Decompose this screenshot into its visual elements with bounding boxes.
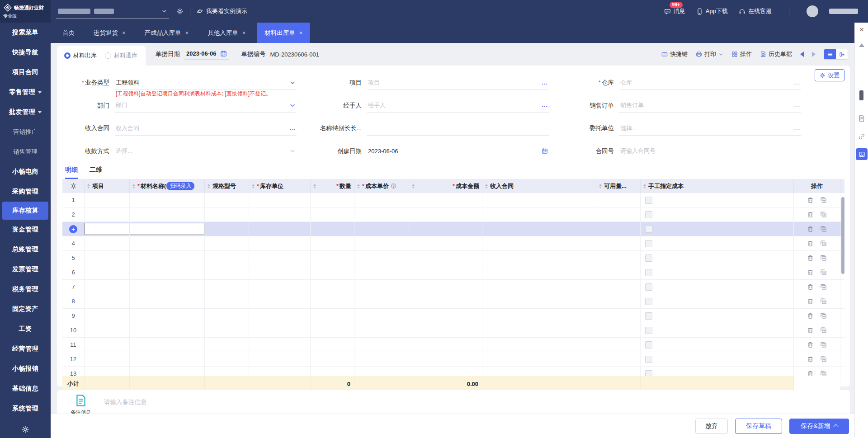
settings-button[interactable]: 设置: [815, 69, 844, 81]
table-cell[interactable]: [409, 193, 482, 207]
table-cell[interactable]: [85, 294, 130, 308]
scrollbar-thumb[interactable]: [859, 90, 863, 100]
table-cell[interactable]: [85, 207, 130, 221]
table-cell[interactable]: [249, 193, 311, 207]
copy-row-icon[interactable]: [820, 341, 827, 348]
table-cell[interactable]: [311, 251, 354, 265]
demo-link[interactable]: 我要看实例演示: [197, 7, 247, 15]
table-cell[interactable]: [85, 338, 130, 352]
table-cell[interactable]: [354, 280, 409, 294]
table-cell[interactable]: [482, 352, 596, 366]
table-cell[interactable]: [409, 222, 482, 236]
table-cell[interactable]: [311, 338, 354, 352]
form-field-input[interactable]: 选择...: [115, 144, 297, 158]
form-field-input[interactable]: 选择......: [619, 122, 801, 136]
table-cell[interactable]: [249, 265, 311, 279]
table-cell[interactable]: [311, 309, 354, 323]
calendar-icon[interactable]: [542, 148, 548, 154]
table-cell[interactable]: [354, 323, 409, 337]
column-header[interactable]: *成本金额: [409, 179, 482, 193]
ellipsis-picker-icon[interactable]: ...: [794, 127, 800, 130]
table-row[interactable]: +: [62, 222, 844, 236]
table-cell[interactable]: [354, 367, 409, 376]
detail-tab[interactable]: 二维: [90, 166, 102, 179]
form-field-input[interactable]: 收入合同...: [115, 122, 297, 136]
scroll-up-icon[interactable]: [859, 43, 864, 47]
table-row[interactable]: 7: [62, 280, 844, 294]
table-cell[interactable]: [205, 265, 249, 279]
doc-type-radio[interactable]: 材料出库: [64, 52, 97, 60]
trash-icon[interactable]: [807, 240, 814, 247]
table-cell[interactable]: [130, 222, 205, 236]
table-cell[interactable]: [85, 193, 130, 207]
doc-date-input[interactable]: 2023-06-06: [184, 49, 229, 60]
table-cell[interactable]: [130, 251, 205, 265]
table-cell[interactable]: [354, 236, 409, 250]
manual-cost-checkbox[interactable]: [645, 341, 652, 349]
table-cell[interactable]: [130, 367, 205, 376]
table-cell[interactable]: [249, 367, 311, 376]
manual-cost-checkbox[interactable]: [645, 240, 652, 247]
table-cell[interactable]: [249, 294, 311, 308]
table-cell[interactable]: [311, 236, 354, 250]
form-field-input[interactable]: 仓库...: [619, 76, 801, 90]
tab[interactable]: 首页: [55, 23, 82, 43]
manual-cost-checkbox[interactable]: [645, 283, 652, 291]
sort-icon[interactable]: [87, 184, 90, 188]
sidebar-item[interactable]: 项目合同: [0, 62, 51, 82]
online-support-button[interactable]: 在线客服: [739, 7, 772, 15]
table-cell[interactable]: [205, 251, 249, 265]
table-cell[interactable]: [130, 309, 205, 323]
table-cell[interactable]: [482, 193, 596, 207]
table-cell[interactable]: [311, 280, 354, 294]
table-cell[interactable]: [85, 265, 130, 279]
form-field-input[interactable]: 部门: [115, 99, 297, 113]
copy-row-icon[interactable]: [820, 312, 827, 319]
form-field-input[interactable]: 经手人...: [367, 99, 549, 113]
table-cell[interactable]: [354, 352, 409, 366]
sidebar-item[interactable]: 基础信息: [0, 379, 51, 399]
table-row[interactable]: 13: [62, 367, 844, 376]
table-cell[interactable]: [409, 309, 482, 323]
copy-row-icon[interactable]: [820, 254, 827, 261]
table-cell[interactable]: [249, 309, 311, 323]
add-row-icon[interactable]: +: [69, 225, 77, 233]
table-cell[interactable]: [249, 236, 311, 250]
table-row[interactable]: 11: [62, 338, 844, 352]
card-view-toggle[interactable]: [836, 49, 848, 59]
table-cell[interactable]: [354, 193, 409, 207]
table-cell[interactable]: [85, 367, 130, 376]
table-column-settings[interactable]: [62, 179, 85, 193]
table-cell[interactable]: [249, 280, 311, 294]
sidebar-item[interactable]: 工资: [0, 319, 51, 339]
sort-icon[interactable]: [208, 184, 210, 188]
form-field-input[interactable]: 项目...: [367, 76, 549, 90]
next-doc-icon[interactable]: [812, 52, 816, 57]
ellipsis-picker-icon[interactable]: ...: [794, 81, 800, 85]
trash-icon[interactable]: [807, 298, 814, 305]
sidebar-item[interactable]: 采购管理: [0, 182, 51, 202]
sort-icon[interactable]: [252, 184, 255, 188]
tab-close-icon[interactable]: ×: [242, 29, 246, 36]
sort-icon[interactable]: [643, 184, 646, 188]
table-cell[interactable]: [311, 207, 354, 221]
table-cell[interactable]: [482, 367, 596, 376]
actions-button[interactable]: 操作: [731, 50, 752, 58]
table-cell[interactable]: [130, 236, 205, 250]
manual-cost-checkbox[interactable]: [645, 197, 652, 204]
table-cell[interactable]: [130, 193, 205, 207]
sidebar-item[interactable]: 零售管理: [0, 82, 51, 102]
tab[interactable]: 进货退货×: [86, 23, 133, 43]
table-cell[interactable]: [205, 222, 249, 236]
sidebar-item[interactable]: 搜索菜单: [0, 23, 51, 42]
table-cell[interactable]: [354, 222, 409, 236]
table-cell[interactable]: [596, 236, 641, 250]
table-cell[interactable]: [85, 236, 130, 250]
ellipsis-picker-icon[interactable]: ...: [542, 104, 548, 107]
tab-close-icon[interactable]: ×: [122, 29, 126, 36]
sidebar-item[interactable]: 快捷导航: [0, 42, 51, 62]
form-field-input[interactable]: 2023-06-06: [367, 144, 549, 158]
table-cell[interactable]: [311, 222, 354, 236]
table-row[interactable]: 10: [62, 323, 844, 338]
sidebar-item[interactable]: 总账管理: [0, 240, 51, 259]
